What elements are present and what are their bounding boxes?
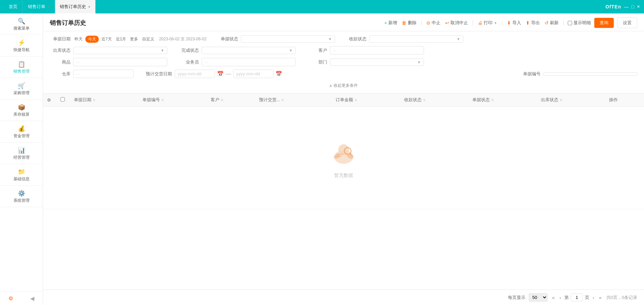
import-button[interactable]: ⬇ 导入 bbox=[506, 18, 522, 27]
sidebar-item-finance[interactable]: 💰 资金管理 bbox=[0, 121, 43, 143]
window-minimize[interactable]: — bbox=[624, 4, 629, 9]
export-label: 导出 bbox=[531, 20, 540, 26]
top-bar-right: OfTEn — □ × bbox=[605, 4, 640, 10]
sidebar-item-inventory[interactable]: 📦 库存核算 bbox=[0, 100, 43, 121]
sidebar-item-sales-mgmt[interactable]: 📋 销售管理 bbox=[0, 56, 43, 78]
th-doc-no-sort-icon: ⇅ bbox=[161, 98, 164, 102]
th-delivery-date-label: 预计交货... bbox=[259, 97, 280, 103]
delivery-date-from[interactable] bbox=[175, 70, 215, 78]
prev-page-button[interactable]: ‹ bbox=[558, 294, 562, 301]
print-icon: 🖨 bbox=[478, 20, 482, 26]
sidebar-item-operations-label: 经营管理 bbox=[13, 155, 30, 160]
next-page-button[interactable]: › bbox=[591, 294, 596, 301]
warehouse-select[interactable]: ··· bbox=[73, 70, 134, 78]
refresh-icon: ↺ bbox=[545, 20, 549, 26]
th-settings[interactable]: ⚙ bbox=[43, 93, 56, 107]
th-payment-status[interactable]: 收款状态 ⇅ bbox=[400, 93, 469, 107]
dept-select[interactable]: ▼ bbox=[330, 59, 424, 66]
print-button[interactable]: 🖨 打印 ▼ bbox=[477, 18, 498, 27]
export-button[interactable]: ⬆ 导出 bbox=[525, 18, 541, 27]
content-area: 销售订单历史 + 新增 🗑 删除 ⊘ 中止 ↩ 取消中止 bbox=[43, 13, 644, 305]
select-all-checkbox[interactable] bbox=[60, 97, 65, 102]
date-btn-1month[interactable]: 近1月 bbox=[115, 36, 128, 43]
product-label: 商品 bbox=[50, 59, 73, 65]
page-number-input[interactable] bbox=[571, 294, 583, 301]
refresh-button[interactable]: ↺ 刷新 bbox=[544, 18, 559, 27]
delivery-date-range: 📅 — 📅 bbox=[175, 70, 509, 78]
sidebar-settings-icon[interactable]: ⚙ bbox=[8, 295, 13, 302]
empty-state: 暂无数据 bbox=[47, 110, 640, 205]
tab-sales-order[interactable]: 销售订单 × bbox=[23, 0, 54, 13]
sidebar-item-sys-mgmt[interactable]: ⚙️ 系统管理 bbox=[0, 186, 43, 207]
th-date-sort-icon: ⇅ bbox=[93, 98, 95, 102]
date-btn-more[interactable]: 更多 bbox=[129, 36, 139, 43]
sidebar-item-search-menu[interactable]: 🔍 搜索菜单 bbox=[0, 13, 43, 35]
filter-area: 单据日期 昨天 今天 近7天 近1月 更多 自定义 2023-06-02 至 2… bbox=[43, 31, 644, 93]
tab-sales-order-history-close[interactable]: × bbox=[88, 5, 90, 9]
complete-status-select[interactable]: ▼ bbox=[202, 47, 296, 54]
tab-home[interactable]: 首页 bbox=[4, 0, 23, 13]
date-btn-7days[interactable]: 近7天 bbox=[100, 36, 113, 43]
payment-status-select[interactable]: ▼ bbox=[369, 35, 463, 43]
sidebar-collapse-icon[interactable]: ◀ bbox=[30, 295, 34, 302]
doc-status-select[interactable]: ▼ bbox=[241, 35, 335, 43]
sidebar-item-base-info[interactable]: 📁 基础信息 bbox=[0, 164, 43, 186]
customer-placeholder: ··· bbox=[333, 48, 337, 53]
query-button[interactable]: 查询 bbox=[594, 18, 614, 28]
pagination: « ‹ 第 页 › » bbox=[551, 294, 603, 301]
salesman-label: 业务员 bbox=[178, 59, 202, 65]
th-doc-no[interactable]: 单据编号 ⇅ bbox=[138, 93, 207, 107]
last-page-button[interactable]: » bbox=[598, 294, 603, 301]
toolbar-divider2 bbox=[473, 20, 473, 26]
delivery-date-to[interactable] bbox=[233, 70, 273, 78]
date-btn-today[interactable]: 今天 bbox=[85, 36, 99, 43]
window-close[interactable]: × bbox=[637, 4, 640, 10]
outbound-status-select[interactable]: ▼ bbox=[73, 47, 167, 54]
product-select[interactable]: ··· bbox=[73, 58, 167, 66]
sidebar-item-search-menu-label: 搜索菜单 bbox=[13, 26, 30, 31]
th-checkbox[interactable] bbox=[56, 93, 70, 107]
th-amount[interactable]: 订单金额 ⇅ bbox=[332, 93, 400, 107]
th-action: 操作 bbox=[605, 93, 644, 107]
date-btn-custom[interactable]: 自定义 bbox=[141, 36, 156, 43]
calendar-icon-from[interactable]: 📅 bbox=[217, 71, 224, 77]
delete-button[interactable]: 🗑 删除 bbox=[401, 18, 417, 27]
th-outbound-status[interactable]: 出库状态 ⇅ bbox=[537, 93, 605, 107]
tab-sales-order-close[interactable]: × bbox=[47, 5, 49, 9]
top-bar: 首页 销售订单 × 销售订单历史 × OfTEn — □ × bbox=[0, 0, 644, 13]
page-size-select[interactable]: 50 10 20 100 bbox=[529, 293, 548, 302]
tab-sales-order-history[interactable]: 销售订单历史 × bbox=[55, 0, 95, 13]
salesman-select[interactable]: ··· bbox=[202, 58, 296, 66]
th-delivery-sort-icon: ⇅ bbox=[281, 98, 284, 102]
collapse-row[interactable]: ∧ 收起更多条件 bbox=[50, 81, 637, 91]
complete-status-label: 完成状态 bbox=[178, 47, 202, 53]
table-body: 暂无数据 bbox=[43, 107, 644, 209]
th-customer[interactable]: 客户 ⇅ bbox=[207, 93, 255, 107]
th-amount-label: 订单金额 bbox=[336, 97, 353, 103]
th-payment-status-label: 收款状态 bbox=[404, 97, 422, 103]
settings-button[interactable]: 设置 bbox=[617, 17, 637, 28]
add-button[interactable]: + 新增 bbox=[384, 18, 398, 27]
calendar-icon-to[interactable]: 📅 bbox=[275, 71, 282, 77]
th-customer-sort-icon: ⇅ bbox=[221, 98, 223, 102]
th-delivery-date[interactable]: 预计交货... ⇅ bbox=[255, 93, 332, 107]
first-page-button[interactable]: « bbox=[551, 294, 556, 301]
stop-button[interactable]: ⊘ 中止 bbox=[426, 18, 441, 27]
th-date[interactable]: 单据日期 ⇅ bbox=[70, 93, 138, 107]
sidebar-item-purchase-mgmt[interactable]: 🛒 采购管理 bbox=[0, 78, 43, 100]
import-label: 导入 bbox=[512, 20, 521, 26]
display-toggle-checkbox[interactable] bbox=[568, 21, 572, 25]
data-table: ⚙ 单据日期 ⇅ 单据编号 bbox=[43, 93, 644, 209]
finance-icon: 💰 bbox=[18, 126, 25, 132]
page-title: 销售订单历史 bbox=[50, 19, 86, 27]
cancel-stop-button[interactable]: ↩ 取消中止 bbox=[444, 18, 469, 27]
th-doc-status[interactable]: 单据状态 ⇅ bbox=[468, 93, 537, 107]
sidebar-item-operations[interactable]: 📊 经营管理 bbox=[0, 143, 43, 164]
doc-no-input[interactable] bbox=[543, 72, 637, 76]
sidebar-item-quick-nav[interactable]: ⚡ 快捷导航 bbox=[0, 35, 43, 56]
date-btn-yesterday[interactable]: 昨天 bbox=[73, 36, 84, 43]
customer-select[interactable]: ··· bbox=[330, 46, 424, 54]
collapse-btn[interactable]: ∧ 收起更多条件 bbox=[329, 83, 358, 88]
tab-home-label: 首页 bbox=[9, 4, 17, 10]
window-maximize[interactable]: □ bbox=[631, 4, 634, 9]
